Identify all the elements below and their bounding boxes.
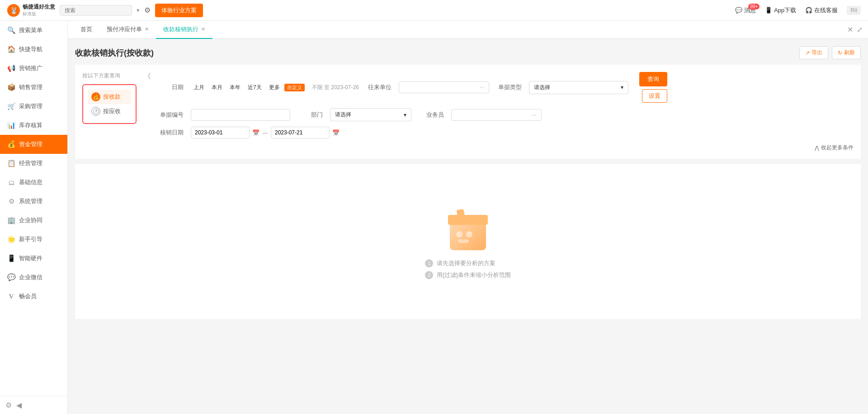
query-button[interactable]: 查询 bbox=[639, 72, 667, 86]
sales-person-dots: ··· bbox=[532, 112, 537, 118]
expand-tab-button[interactable]: ⤢ bbox=[857, 25, 863, 34]
tab-prepay-close[interactable]: ✕ bbox=[145, 26, 149, 32]
sidebar-item-hardware[interactable]: 📱 智能硬件 bbox=[0, 249, 67, 268]
close-tab-button[interactable]: ✕ bbox=[847, 25, 853, 34]
voucher-type-arrow: ▾ bbox=[621, 84, 623, 90]
filter-area: 日期 上月 本月 本年 近7天 更多 自定义 不限 至 2023-07-26 往… bbox=[158, 72, 854, 152]
voucher-type-select[interactable]: 请选择 ▾ bbox=[529, 81, 628, 94]
tab-receipt[interactable]: 收款核销执行 ✕ bbox=[156, 21, 212, 39]
sidebar-item-inventory[interactable]: 📊 库存核算 bbox=[0, 116, 67, 135]
sidebar-item-quicknav[interactable]: 🏠 快捷导航 bbox=[0, 40, 67, 59]
empty-step1-label: 请先选择要分析的方案 bbox=[437, 259, 495, 267]
date-buttons: 上月 本月 本年 近7天 更多 自定义 bbox=[191, 83, 305, 92]
message-button[interactable]: 💬 消息 99+ bbox=[735, 6, 756, 14]
sidebar-item-search[interactable]: 🔍 搜索菜单 bbox=[0, 21, 67, 40]
sidebar-label-wechat: 企业微信 bbox=[19, 273, 42, 281]
tab-home[interactable]: 首页 bbox=[73, 21, 99, 39]
date-custom-badge[interactable]: 自定义 bbox=[284, 84, 305, 91]
sidebar-item-wechat[interactable]: 💬 企业微信 bbox=[0, 268, 67, 287]
collapse-more-button[interactable]: ⋀ 收起更多条件 bbox=[815, 144, 854, 152]
user-name[interactable]: Rit bbox=[847, 6, 861, 15]
sidebar-label-enterprise: 企业协同 bbox=[19, 216, 42, 224]
voucher-no-input[interactable] bbox=[191, 109, 290, 121]
export-button[interactable]: ↗ 导出 bbox=[799, 46, 828, 59]
sidebar-item-biz[interactable]: 📋 经营管理 bbox=[0, 154, 67, 173]
sales-person-label: 业务员 bbox=[419, 111, 444, 119]
collapse-sidebar-icon[interactable]: ◀ bbox=[16, 401, 22, 409]
tab-receipt-close[interactable]: ✕ bbox=[201, 26, 205, 32]
date-btn-7days[interactable]: 近7天 bbox=[245, 83, 264, 92]
receivable-option-label: 按应收 bbox=[103, 107, 121, 115]
page-actions: ↗ 导出 ↻ 刷新 bbox=[799, 46, 861, 59]
tab-home-label: 首页 bbox=[80, 25, 92, 33]
trial-button[interactable]: 体验行业方案 bbox=[155, 4, 203, 17]
sidebar-label-vip: 畅会员 bbox=[19, 292, 37, 300]
sidebar-item-finance[interactable]: 💰 资金管理 bbox=[0, 135, 67, 154]
bottom-settings-icon[interactable]: ⚙ bbox=[5, 401, 12, 409]
query-btn-area: 查询 设置 bbox=[636, 72, 667, 103]
online-service-button[interactable]: 🎧 在线客服 bbox=[805, 6, 838, 14]
filter-settings-button[interactable]: 设置 bbox=[642, 89, 667, 103]
sidebar-item-enterprise[interactable]: 🏢 企业协同 bbox=[0, 211, 67, 230]
collapse-chevron-icon: ⋀ bbox=[815, 145, 819, 151]
empty-box-handle bbox=[457, 209, 465, 219]
dept-label: 部门 bbox=[297, 111, 323, 119]
calendar-to-icon[interactable]: 📅 bbox=[332, 129, 340, 136]
calendar-from-icon[interactable]: 📅 bbox=[252, 129, 259, 136]
date-btn-last-month[interactable]: 上月 bbox=[191, 83, 207, 92]
empty-step1-num: 1 bbox=[425, 259, 433, 267]
sidebar-item-basic[interactable]: 🗂 基础信息 bbox=[0, 173, 67, 192]
verify-date-to-input[interactable] bbox=[271, 127, 330, 138]
counterparty-input[interactable]: ··· bbox=[399, 81, 489, 93]
sales-person-input[interactable]: ··· bbox=[451, 109, 542, 121]
top-bar: 🐰 畅捷通好生意 标准版 ▾ ⚙ 体验行业方案 💬 消息 99+ 📱 App下载… bbox=[0, 0, 868, 21]
refresh-icon: ↻ bbox=[838, 50, 842, 56]
date-btn-this-month[interactable]: 本月 bbox=[209, 83, 225, 92]
refresh-button[interactable]: ↻ 刷新 bbox=[832, 46, 861, 59]
app-download-button[interactable]: 📱 App下载 bbox=[765, 6, 796, 14]
sidebar-item-marketing[interactable]: 📢 营销推广 bbox=[0, 59, 67, 78]
sidebar-label-hardware: 智能硬件 bbox=[19, 254, 42, 262]
settings-icon[interactable]: ⚙ bbox=[144, 6, 151, 14]
sidebar-label-purchase: 采购管理 bbox=[19, 102, 42, 110]
date-label: 日期 bbox=[158, 83, 184, 91]
counterparty-dots: ··· bbox=[480, 84, 484, 90]
collapse-more-label: 收起更多条件 bbox=[821, 144, 854, 152]
query-option-by-receipt[interactable]: 💰 按收款 bbox=[88, 90, 131, 104]
search-input[interactable] bbox=[60, 5, 132, 16]
date-range-text: 不限 至 2023-07-26 bbox=[312, 84, 359, 91]
sidebar-item-purchase[interactable]: 🛒 采购管理 bbox=[0, 97, 67, 116]
query-sidebar-title: 按以下方案查询 bbox=[82, 72, 137, 80]
verify-date-from-input[interactable] bbox=[191, 127, 250, 138]
collapse-panel-button[interactable]: 《 bbox=[144, 72, 151, 81]
dept-select[interactable]: 请选择 ▾ bbox=[330, 108, 411, 121]
dropdown-arrow-icon[interactable]: ▾ bbox=[137, 7, 140, 14]
guide-icon: 🌟 bbox=[7, 235, 15, 243]
system-icon: ⚙ bbox=[7, 197, 15, 205]
top-bar-right: 💬 消息 99+ 📱 App下载 🎧 在线客服 Rit bbox=[735, 6, 861, 15]
sidebar-item-sales[interactable]: 📦 销售管理 bbox=[0, 78, 67, 97]
date-btn-this-year[interactable]: 本年 bbox=[227, 83, 243, 92]
finance-icon: 💰 bbox=[7, 140, 15, 148]
date-btn-more[interactable]: 更多 bbox=[266, 83, 283, 92]
dept-placeholder: 请选择 bbox=[335, 111, 351, 119]
sidebar-label-quicknav: 快捷导航 bbox=[19, 45, 42, 53]
query-option-box: 💰 按收款 🕐 按应收 bbox=[82, 84, 137, 124]
brand-name: 畅捷通好生意 标准版 bbox=[23, 3, 55, 17]
dept-arrow: ▾ bbox=[404, 112, 406, 118]
brand: 🐰 畅捷通好生意 标准版 bbox=[7, 3, 55, 17]
sidebar-label-marketing: 营销推广 bbox=[19, 64, 42, 72]
sidebar-bottom: ⚙ ◀ bbox=[0, 396, 67, 414]
voucher-type-placeholder: 请选择 bbox=[534, 84, 550, 91]
tab-prepay[interactable]: 预付冲应付单 ✕ bbox=[99, 21, 156, 39]
marketing-icon: 📢 bbox=[7, 64, 15, 72]
sidebar-label-basic: 基础信息 bbox=[19, 178, 42, 186]
empty-box-eye1 bbox=[456, 231, 462, 238]
sidebar-item-guide[interactable]: 🌟 新手引导 bbox=[0, 230, 67, 249]
sidebar-item-vip[interactable]: V 畅会员 bbox=[0, 287, 67, 306]
sales-icon: 📦 bbox=[7, 83, 15, 91]
query-option-by-receivable[interactable]: 🕐 按应收 bbox=[88, 104, 131, 119]
sidebar-label-system: 系统管理 bbox=[19, 197, 42, 205]
inventory-icon: 📊 bbox=[7, 121, 15, 129]
sidebar-item-system[interactable]: ⚙ 系统管理 bbox=[0, 192, 67, 211]
